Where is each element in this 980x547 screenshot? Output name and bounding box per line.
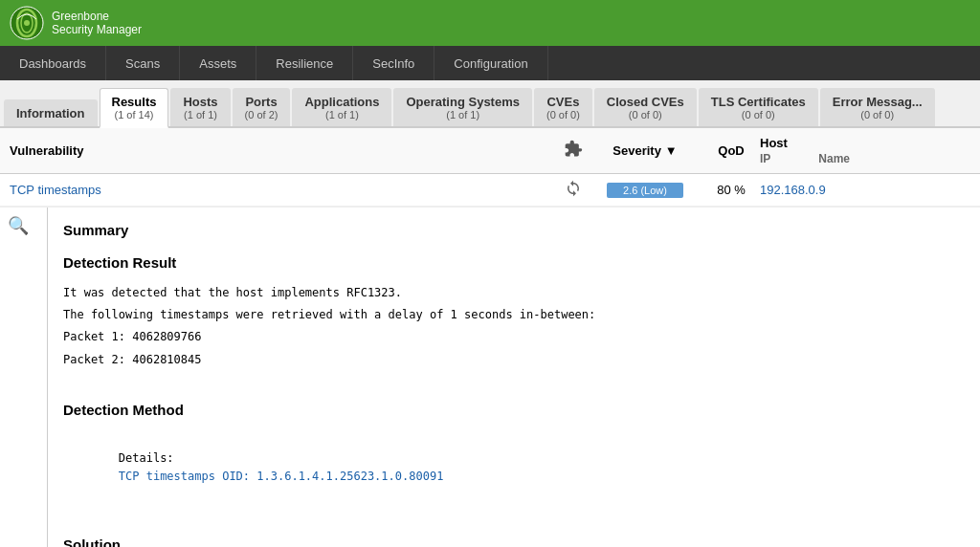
tab-cves[interactable]: CVEs (0 of 0) [534, 88, 592, 126]
tab-ports-count: (0 of 2) [245, 109, 278, 120]
tab-tls-count: (0 of 0) [742, 109, 775, 120]
tab-closed-cves-count: (0 of 0) [629, 109, 662, 120]
col-qod-header: QoD [702, 143, 760, 158]
tab-results-count: (1 of 14) [115, 109, 154, 120]
detection-text-3: Packet 1: 4062809766 [63, 328, 965, 346]
detection-method-heading: Detection Method [63, 399, 965, 422]
tab-error-label: Error Messag... [833, 95, 923, 109]
tab-ports[interactable]: Ports (0 of 2) [233, 88, 291, 126]
col-severity-header[interactable]: Severity ▼ [588, 143, 702, 158]
app-subtitle: Security Manager [52, 23, 142, 36]
puzzle-icon [564, 140, 583, 159]
delta-icon[interactable] [565, 180, 582, 197]
app-name: Greenbone [52, 10, 142, 23]
solution-heading: Solution [63, 534, 965, 547]
host-ip-header: IP [760, 152, 770, 165]
detection-details-label: Details: [119, 451, 174, 465]
severity-badge: 2.6 (Low) [607, 183, 683, 198]
nav-scans[interactable]: Scans [106, 46, 180, 80]
detection-result-heading: Detection Result [63, 252, 965, 274]
nav-resilience[interactable]: Resilience [256, 46, 353, 80]
vulnerability-cell: TCP timestamps [10, 183, 559, 197]
tab-operating-systems[interactable]: Operating Systems (1 of 1) [393, 88, 532, 126]
summary-heading: Summary [63, 219, 965, 242]
svg-point-3 [24, 20, 30, 26]
tab-information[interactable]: Information [4, 99, 98, 126]
detail-sidebar: 🔍 [0, 208, 48, 547]
col-vulnerability-header: Vulnerability [10, 143, 559, 158]
logo: Greenbone Security Manager [10, 6, 142, 40]
results-table: Vulnerability Severity ▼ QoD Host IP Nam… [0, 128, 980, 547]
tabs-bar: Information Results (1 of 14) Hosts (1 o… [0, 80, 980, 128]
nav-configuration[interactable]: Configuration [434, 46, 547, 80]
detail-panel: 🔍 Summary Detection Result It was detect… [0, 207, 980, 547]
qod-cell: 80 % [702, 183, 760, 197]
vulnerability-link[interactable]: TCP timestamps [10, 183, 101, 197]
severity-cell: 2.6 (Low) [588, 183, 702, 198]
table-row: TCP timestamps 2.6 (Low) 80 % 192.168.0.… [0, 174, 980, 207]
nav-assets[interactable]: Assets [180, 46, 256, 80]
host-name-header: Name [818, 152, 850, 165]
detection-text-4: Packet 2: 4062810845 [63, 351, 965, 369]
tab-hosts-label: Hosts [183, 95, 217, 109]
tab-closed-cves[interactable]: Closed CVEs (0 of 0) [594, 88, 697, 126]
detection-text-2: The following timestamps were retrieved … [63, 306, 965, 324]
tab-tls-label: TLS Certificates [711, 95, 806, 109]
table-header: Vulnerability Severity ▼ QoD Host IP Nam… [0, 128, 980, 174]
tab-applications[interactable]: Applications (1 of 1) [292, 88, 391, 126]
detail-content: Summary Detection Result It was detected… [48, 208, 980, 547]
tab-results-label: Results [112, 95, 157, 109]
navbar: Dashboards Scans Assets Resilience SecIn… [0, 46, 980, 80]
magnifier-icon[interactable]: 🔍 [8, 216, 29, 235]
tab-ports-label: Ports [245, 95, 277, 109]
tab-applications-label: Applications [304, 95, 379, 109]
sort-icon: ▼ [665, 143, 678, 158]
tab-hosts-count: (1 of 1) [184, 109, 217, 120]
app-header: Greenbone Security Manager [0, 0, 980, 46]
nav-secinfo[interactable]: SecInfo [353, 46, 434, 80]
host-cell: 192.168.0.9 [760, 183, 970, 197]
tab-applications-count: (1 of 1) [325, 109, 359, 120]
tab-error[interactable]: Error Messag... (0 of 0) [820, 88, 935, 126]
tab-error-count: (0 of 0) [860, 109, 894, 120]
tab-cves-count: (0 of 0) [546, 109, 580, 120]
detection-link[interactable]: TCP timestamps OID: 1.3.6.1.4.1.25623.1.… [119, 470, 444, 483]
host-ip-link[interactable]: 192.168.0.9 [760, 183, 826, 197]
greenbone-logo-icon [10, 6, 44, 40]
tab-os-count: (1 of 1) [446, 109, 479, 120]
tab-closed-cves-label: Closed CVEs [607, 95, 684, 109]
action-icon-cell [559, 180, 588, 200]
detection-details: Details: TCP timestamps OID: 1.3.6.1.4.1… [63, 431, 965, 505]
col-host-header: Host IP Name [760, 136, 970, 165]
detection-text-1: It was detected that the host implements… [63, 284, 965, 302]
tab-results[interactable]: Results (1 of 14) [100, 88, 169, 128]
app-title: Greenbone Security Manager [52, 10, 142, 37]
nav-dashboards[interactable]: Dashboards [0, 46, 106, 80]
tab-tls[interactable]: TLS Certificates (0 of 0) [699, 88, 818, 126]
tab-hosts[interactable]: Hosts (1 of 1) [170, 88, 230, 126]
tab-information-label: Information [16, 106, 85, 120]
tab-os-label: Operating Systems [406, 95, 520, 109]
tab-cves-label: CVEs [546, 95, 579, 109]
col-icon-header [559, 140, 588, 162]
